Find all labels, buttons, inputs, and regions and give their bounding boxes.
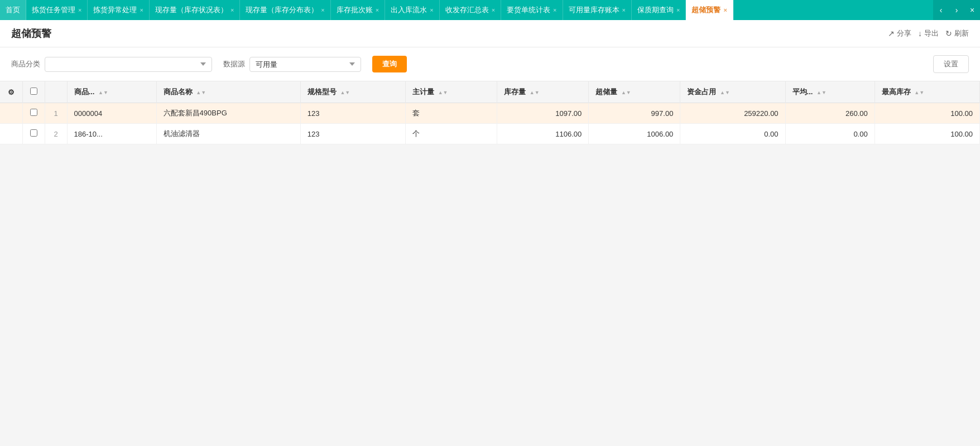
table-row: 1 0000004 六配套新昌490BPG 123 套 1097.00 997.… [0,103,980,124]
sort-code-icon: ▲▼ [98,90,108,95]
nav-close-all-button[interactable]: × [964,0,980,20]
query-button[interactable]: 查询 [372,56,407,72]
col-unit[interactable]: 主计量 ▲▼ [406,81,497,103]
col-index [45,81,67,103]
nav-home[interactable]: 首页 [0,0,26,20]
col-overstock[interactable]: 超储量 ▲▼ [589,81,680,103]
close-tab-1-icon[interactable]: × [78,7,81,13]
close-tab-3-icon[interactable]: × [230,7,234,13]
sort-capital-icon: ▲▼ [720,90,730,95]
filter-bar: 商品分类 数据源 可用量 查询 设置 [0,47,980,81]
sort-spec-icon: ▲▼ [340,90,350,95]
row-checkbox-cell-1 [22,124,45,144]
nav-tab-10[interactable]: 保质期查询 × [632,0,686,20]
row-gear-1 [0,124,22,144]
close-tab-4-icon[interactable]: × [321,7,324,13]
col-stock[interactable]: 库存量 ▲▼ [497,81,589,103]
row-unit-1: 个 [406,124,497,144]
col-name[interactable]: 商品名称 ▲▼ [156,81,300,103]
sort-avg-icon: ▲▼ [816,90,827,95]
col-gear[interactable]: ⚙ [0,81,22,103]
row-overstock-0: 997.00 [589,103,680,124]
row-gear-0 [0,103,22,124]
nav-tab-2[interactable]: 拣货异常处理 × [88,0,149,20]
row-spec-0: 123 [300,103,405,124]
nav-tab-9[interactable]: 可用量库存账本 × [563,0,632,20]
table-row: 2 186-10... 机油滤清器 123 个 1106.00 1006.00 … [0,124,980,144]
share-icon: ↗ [888,29,895,38]
refresh-button[interactable]: ↻ 刷新 [945,28,969,38]
category-label: 商品分类 [11,59,40,69]
sort-overstock-icon: ▲▼ [621,90,631,95]
row-avg-0: 260.00 [785,103,875,124]
col-spec[interactable]: 规格型号 ▲▼ [300,81,405,103]
table-header-row: ⚙ 商品... ▲▼ 商品名称 ▲▼ 规格型号 ▲▼ [0,81,980,103]
row-checkbox-cell-0 [22,103,45,124]
nav-tab-4[interactable]: 现存量（库存分布表） × [240,0,330,20]
col-maxstock[interactable]: 最高库存 ▲▼ [875,81,979,103]
main-table: ⚙ 商品... ▲▼ 商品名称 ▲▼ 规格型号 ▲▼ [0,81,980,144]
category-select[interactable] [45,57,212,72]
row-maxstock-1: 100.00 [875,124,979,144]
nav-tab-8[interactable]: 要货单统计表 × [501,0,563,20]
row-avg-1: 0.00 [785,124,875,144]
row-index-0: 1 [45,103,67,124]
close-tab-6-icon[interactable]: × [430,7,433,13]
row-stock-1: 1106.00 [497,124,589,144]
table-wrap: ⚙ 商品... ▲▼ 商品名称 ▲▼ 规格型号 ▲▼ [0,81,980,144]
close-tab-10-icon[interactable]: × [676,7,680,13]
sort-maxstock-icon: ▲▼ [914,90,924,95]
nav-tab-3[interactable]: 现存量（库存状况表） × [150,0,240,20]
row-capital-1: 0.00 [680,124,785,144]
row-spec-1: 123 [300,124,405,144]
col-checkbox [22,81,45,103]
nav-prev-button[interactable]: ‹ [933,0,949,20]
sort-stock-icon: ▲▼ [530,90,540,95]
close-tab-active-icon[interactable]: × [723,7,727,13]
close-tab-7-icon[interactable]: × [492,7,495,13]
sort-name-icon: ▲▼ [196,90,206,95]
category-filter-group: 商品分类 [11,57,212,72]
nav-tab-active[interactable]: 超储预警 × [686,0,733,20]
nav-arrows: ‹ › × [933,0,980,20]
sort-unit-icon: ▲▼ [438,90,448,95]
header-actions: ↗ 分享 ↓ 导出 ↻ 刷新 [888,28,969,38]
row-code-0: 0000004 [67,103,156,124]
close-tab-9-icon[interactable]: × [622,7,626,13]
close-tab-8-icon[interactable]: × [553,7,556,13]
col-avg[interactable]: 平均... ▲▼ [785,81,875,103]
col-code[interactable]: 商品... ▲▼ [67,81,156,103]
refresh-icon: ↻ [945,29,952,38]
row-capital-0: 259220.00 [680,103,785,124]
export-icon: ↓ [918,29,922,38]
datasource-filter-group: 数据源 可用量 [223,57,361,72]
nav-tab-6[interactable]: 出入库流水 × [385,0,439,20]
nav-tab-1[interactable]: 拣货任务管理 × [26,0,88,20]
row-name-1: 机油滤清器 [156,124,300,144]
row-code-1: 186-10... [67,124,156,144]
row-overstock-1: 1006.00 [589,124,680,144]
col-capital[interactable]: 资金占用 ▲▼ [680,81,785,103]
settings-button[interactable]: 设置 [933,55,969,73]
row-maxstock-0: 100.00 [875,103,979,124]
datasource-label: 数据源 [223,59,245,69]
content-area: ⚙ 商品... ▲▼ 商品名称 ▲▼ 规格型号 ▲▼ [0,81,980,144]
nav-tab-5[interactable]: 库存批次账 × [331,0,385,20]
row-index-1: 2 [45,124,67,144]
row-checkbox-0[interactable] [30,109,37,116]
row-stock-0: 1097.00 [497,103,589,124]
select-all-checkbox[interactable] [30,88,37,95]
page-title: 超储预警 [11,27,51,40]
close-tab-5-icon[interactable]: × [376,7,379,13]
close-tab-2-icon[interactable]: × [140,7,143,13]
export-button[interactable]: ↓ 导出 [918,28,939,38]
row-unit-0: 套 [406,103,497,124]
row-checkbox-1[interactable] [30,129,37,137]
page-header: 超储预警 ↗ 分享 ↓ 导出 ↻ 刷新 [0,20,980,47]
datasource-select[interactable]: 可用量 [249,57,361,72]
row-name-0: 六配套新昌490BPG [156,103,300,124]
nav-tab-7[interactable]: 收发存汇总表 × [440,0,501,20]
share-button[interactable]: ↗ 分享 [888,28,911,38]
nav-next-button[interactable]: › [949,0,964,20]
top-nav-bar: 首页 拣货任务管理 × 拣货异常处理 × 现存量（库存状况表） × 现存量（库存… [0,0,980,20]
